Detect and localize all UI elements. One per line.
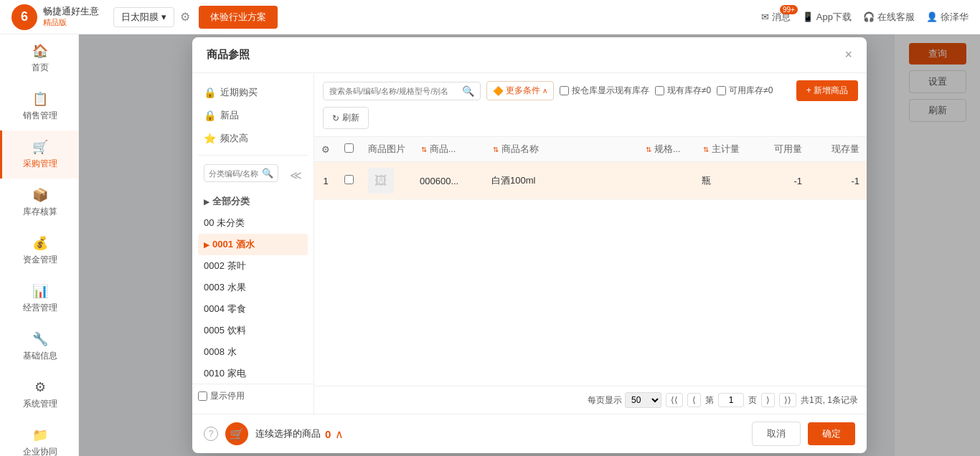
cat-search-box: 🔍 (204, 164, 278, 182)
cat-item-drink[interactable]: 0005 饮料 (198, 320, 308, 341)
cat-search-icon[interactable]: 🔍 (262, 168, 273, 179)
cat-item-fruit[interactable]: 0003 水果 (198, 277, 308, 298)
sidebar-item-inventory[interactable]: 📦 库存核算 (0, 179, 78, 227)
sort-icon[interactable]: ⇅ (493, 146, 499, 153)
confirm-button[interactable]: 确定 (808, 422, 855, 445)
cat-item-tea[interactable]: 0002 茶叶 (198, 255, 308, 277)
row-img: 🖼 (361, 162, 413, 200)
sidebar-item-base[interactable]: 🔧 基础信息 (0, 323, 78, 371)
product-search-input[interactable] (329, 87, 459, 95)
prev-page-button[interactable]: ⟨ (687, 393, 701, 407)
sidebar-item-label: 经营管理 (23, 302, 57, 314)
cat-item-uncat[interactable]: 00 未分类 (198, 212, 308, 234)
cat-tab-new[interactable]: 🔒 新品 (198, 105, 308, 126)
row-unit: 瓶 (694, 162, 752, 200)
sidebar-item-label: 销售管理 (23, 110, 57, 122)
check-warehouse-input[interactable] (560, 86, 569, 95)
search-icon[interactable]: 🔍 (462, 85, 474, 97)
cat-item-snack[interactable]: 0004 零食 (198, 298, 308, 320)
cat-item-liquor[interactable]: ▶ 0001 酒水 (198, 234, 308, 255)
page-input[interactable] (718, 393, 744, 407)
nav-selector[interactable]: 日太阳膜 ▾ (113, 7, 174, 27)
col-gear[interactable]: ⚙ (314, 137, 337, 162)
user-menu[interactable]: 👤 徐泽华 (926, 11, 969, 24)
cat-item-all[interactable]: ▶ 全部分类 (198, 191, 308, 212)
check-stock-nonzero[interactable]: 现有库存≠0 (655, 85, 711, 97)
divider (198, 155, 308, 156)
sidebar-item-enterprise[interactable]: 📁 企业协同 (0, 419, 78, 456)
sidebar-item-label: 基础信息 (23, 350, 57, 362)
page-size-select: 每页显示 50 10 20 100 (588, 392, 661, 408)
footer-selected: 连续选择的商品 0 ∧ (255, 427, 344, 441)
show-disabled-label[interactable]: 显示停用 (198, 390, 308, 402)
cat-item-appliance[interactable]: 0010 家电 (198, 363, 308, 384)
home-icon: 🏠 (32, 43, 48, 59)
selected-count: 0 (325, 428, 331, 440)
check-warehouse[interactable]: 按仓库显示现有库存 (560, 85, 649, 97)
next-page-button[interactable]: ⟩ (761, 393, 775, 407)
pagination: 每页显示 50 10 20 100 ⟨⟨ ⟨ 第 (314, 386, 867, 414)
sidebar-item-system[interactable]: ⚙ 系统管理 (0, 371, 78, 419)
table-header-row: ⚙ 商品图片 ⇅ (314, 137, 867, 162)
row-checkbox-cell[interactable] (337, 162, 361, 200)
help-icon[interactable]: ? (204, 427, 218, 441)
last-page-button[interactable]: ⟩⟩ (779, 393, 796, 407)
online-service-btn[interactable]: 🎧 在线客服 (863, 11, 915, 24)
app-download-btn[interactable]: 📱 App下载 (802, 11, 852, 24)
cancel-button[interactable]: 取消 (752, 422, 801, 446)
sidebar-item-label: 采购管理 (23, 158, 57, 170)
col-stock: 现存量 (809, 137, 867, 162)
cat-search-input[interactable] (209, 169, 259, 178)
cat-tab-recent[interactable]: 🔒 近期购买 (198, 82, 308, 103)
first-page-button[interactable]: ⟨⟨ (666, 393, 683, 407)
sidebar-item-home[interactable]: 🏠 首页 (0, 34, 78, 82)
cat-tabs: 🔒 近期购买 🔒 新品 ⭐ 频次高 (192, 79, 314, 152)
show-disabled-checkbox[interactable] (198, 391, 207, 401)
sidebar-item-business[interactable]: 📊 经营管理 (0, 275, 78, 323)
chevron-up-icon: ∧ (542, 87, 547, 95)
category-list: ▶ 全部分类 00 未分类 ▶ 0001 酒水 0002 茶 (192, 188, 314, 384)
col-check[interactable] (337, 137, 361, 162)
filter-button[interactable]: 🔶 更多条件 ∧ (486, 81, 554, 100)
refresh-icon: ↻ (332, 113, 339, 123)
dialog-title: 商品参照 (207, 48, 250, 62)
cat-collapse-btn[interactable]: ≪ (284, 166, 308, 185)
row-checkbox[interactable] (344, 175, 354, 184)
inventory-icon: 📦 (32, 187, 48, 203)
product-panel: 🔍 🔶 更多条件 ∧ 按仓库显示现有库存 (314, 73, 867, 414)
cat-tab-frequent[interactable]: ⭐ 频次高 (198, 128, 308, 149)
check-avail-nonzero[interactable]: 可用库存≠0 (717, 85, 773, 97)
gear-icon[interactable]: ⚙ (180, 10, 190, 24)
sidebar-item-purchase[interactable]: 🛒 采购管理 (0, 130, 78, 179)
refresh-button[interactable]: ↻ 刷新 (323, 107, 369, 129)
enterprise-icon: 📁 (32, 427, 48, 443)
product-table: ⚙ 商品图片 ⇅ (314, 137, 867, 386)
add-product-button[interactable]: + 新增商品 (796, 80, 858, 101)
cat-panel-bottom: 显示停用 (192, 384, 314, 408)
collapse-icon[interactable]: ∧ (335, 427, 344, 441)
row-index: 1 (314, 162, 337, 200)
table-row[interactable]: 1 🖼 (314, 162, 867, 200)
row-avail: -1 (752, 162, 809, 200)
table: ⚙ 商品图片 ⇅ (314, 137, 867, 200)
sidebar-item-label: 库存核算 (23, 206, 57, 218)
finance-icon: 💰 (32, 235, 48, 251)
filter-icon: 🔶 (493, 86, 504, 96)
page-size-dropdown[interactable]: 50 10 20 100 (625, 392, 661, 408)
message-badge: 99+ (780, 5, 798, 14)
message-btn[interactable]: ✉ 消息 99+ (761, 11, 791, 24)
cat-item-water[interactable]: 0008 水 (198, 341, 308, 363)
select-all-checkbox[interactable] (344, 143, 354, 153)
exp-button[interactable]: 体验行业方案 (199, 6, 278, 29)
check-avail-nonzero-input[interactable] (717, 86, 726, 95)
sidebar-item-sales[interactable]: 📋 销售管理 (0, 82, 78, 130)
cart-button[interactable]: 🛒 (225, 422, 248, 445)
dialog-close-button[interactable]: × (844, 47, 852, 62)
sort-icon[interactable]: ⇅ (421, 146, 427, 153)
sort-icon[interactable]: ⇅ (646, 146, 651, 153)
sidebar-item-finance[interactable]: 💰 资金管理 (0, 227, 78, 275)
check-stock-nonzero-input[interactable] (655, 86, 664, 95)
purchase-icon: 🛒 (32, 139, 48, 155)
sort-icon[interactable]: ⇅ (703, 146, 709, 153)
logo-icon: 6 (11, 4, 37, 30)
